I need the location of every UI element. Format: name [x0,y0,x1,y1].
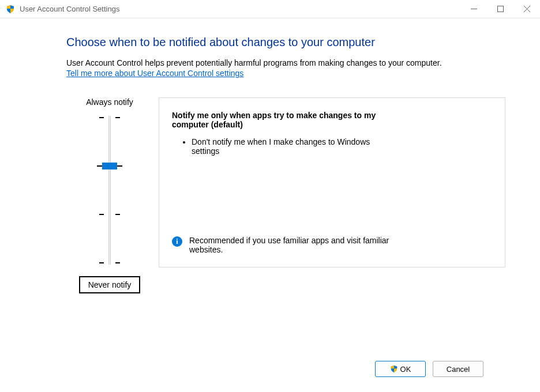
slider-top-label: Always notify [86,97,133,107]
slider-track[interactable] [92,114,127,267]
info-icon: i [172,236,182,247]
maximize-button[interactable] [487,0,513,18]
help-link[interactable]: Tell me more about User Account Control … [66,69,243,78]
panel-recommendation-text: Recommended if you use familiar apps and… [189,236,391,254]
uac-shield-icon [390,365,398,373]
panel-bullet-list: Don't notify me when I make changes to W… [174,137,492,159]
window-controls [460,0,540,18]
close-button[interactable] [513,0,540,18]
slider-thumb[interactable] [102,163,117,169]
slider-bottom-label: Never notify [79,276,141,293]
uac-shield-icon [6,5,15,14]
page-heading: Choose when to be notified about changes… [66,36,505,49]
notification-slider: Always notify Never notify [66,97,153,293]
cancel-button-label: Cancel [447,365,470,374]
window-title: User Account Control Settings [20,5,119,13]
ok-button[interactable]: OK [375,361,426,377]
ok-button-label: OK [400,365,411,374]
info-panel: Notify me only when apps try to make cha… [159,97,505,267]
titlebar: User Account Control Settings [0,0,540,18]
content-area: Choose when to be notified about changes… [0,18,540,293]
cancel-button[interactable]: Cancel [433,361,483,377]
panel-title: Notify me only when apps try to make cha… [172,111,391,129]
panel-bullet: Don't notify me when I make changes to W… [192,137,376,156]
minimize-button[interactable] [460,0,487,18]
svg-rect-1 [497,6,503,12]
page-subtext: User Account Control helps prevent poten… [66,58,505,67]
dialog-buttons: OK Cancel [375,361,483,377]
panel-recommendation: i Recommended if you use familiar apps a… [172,236,391,254]
